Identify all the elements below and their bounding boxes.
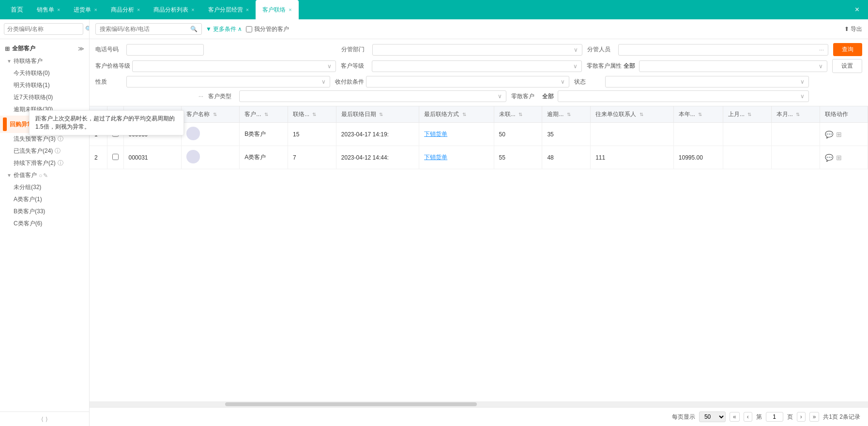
branch-dept-select[interactable]: ∨ [372, 44, 582, 56]
search-input[interactable] [100, 26, 190, 32]
sort-icon-lmonth[interactable]: ⇅ [747, 112, 751, 117]
section-pending-contact[interactable]: ▼ 待联络客户 [0, 55, 89, 67]
leaf-churned[interactable]: 已流失客户(24) ⓘ [0, 145, 89, 157]
leaf-tomorrow-pending[interactable]: 明天待联络(1) [0, 79, 89, 91]
cell-checkbox[interactable] [107, 146, 123, 169]
cell-this-month [771, 123, 820, 146]
grid-action-icon[interactable]: ⊞ [836, 131, 842, 138]
cell-this-month [771, 146, 820, 169]
status-select[interactable]: ∨ [605, 76, 809, 88]
customer-type-select[interactable]: ∨ [239, 90, 506, 102]
close-analysis-list-tab[interactable]: × [191, 7, 194, 13]
sort-icon-tmonth[interactable]: ⇅ [796, 112, 800, 117]
chevron-icon: ∧ [238, 26, 242, 32]
sort-icon-date[interactable]: ⇅ [379, 112, 383, 117]
last-page-btn[interactable]: » [809, 412, 820, 422]
branch-person-select[interactable]: ··· [618, 44, 828, 56]
payment-select[interactable]: ∨ [366, 76, 570, 88]
tree-root-all-customers[interactable]: ⊞ 全部客户 ≫ [0, 42, 89, 55]
arrow-icon-value: ▼ [7, 173, 12, 178]
close-customer-tier-tab[interactable]: × [246, 7, 249, 13]
close-purchase-tab[interactable]: × [94, 7, 97, 13]
sort-icon-contact[interactable]: ⇅ [312, 112, 316, 117]
retail-customer-select[interactable]: ∨ [558, 90, 809, 102]
sidebar-collapse-btn[interactable]: ≫ [78, 45, 84, 52]
nav-analysis[interactable]: 商品分析 × [104, 0, 147, 19]
edit-icon2-value[interactable]: ✎ [43, 172, 48, 179]
gender-select[interactable]: ∨ [126, 76, 330, 88]
nav-home[interactable]: 首页 [4, 0, 30, 19]
leaf-class-a[interactable]: A类客户(1) [0, 193, 89, 206]
table-row: 2 000031 A类客户 7 2023-04-12 14:44: 下销货单 5… [90, 146, 868, 169]
sort-icon-year[interactable]: ⇅ [698, 112, 702, 117]
row-checkbox[interactable] [112, 154, 119, 160]
cell-last-month [723, 123, 772, 146]
horizontal-scrollbar[interactable] [90, 401, 868, 407]
per-page-select[interactable]: 50 20 100 [699, 411, 726, 422]
settings-button[interactable]: 设置 [832, 59, 862, 73]
sort-icon-uncontacted[interactable]: ⇅ [518, 112, 522, 117]
leaf-class-b[interactable]: B类客户(33) [0, 206, 89, 218]
sort-icon-method[interactable]: ⇅ [462, 112, 466, 117]
search-icon[interactable]: 🔍 [190, 26, 198, 32]
col-contact: 联络... ⇅ [288, 106, 336, 123]
first-page-btn[interactable]: « [730, 412, 740, 422]
total-records: 共1页 2条记录 [823, 413, 860, 421]
table-container: ⚙ 客户编码 ⇅ 客户名称 ⇅ [90, 106, 868, 426]
more-conditions-btn[interactable]: ▼ 更多条件 ∧ [206, 25, 242, 33]
leaf-ungrouped[interactable]: 未分组(32) [0, 181, 89, 193]
price-level-select[interactable]: ∨ [132, 60, 336, 72]
cell-action: 💬 ⊞ [820, 146, 868, 169]
next-page-btn[interactable]: › [797, 412, 806, 422]
close-sales-tab[interactable]: × [57, 7, 60, 13]
leaf-today-pending[interactable]: 今天待联络(0) [0, 67, 89, 79]
contact-method-link[interactable]: 下销货单 [424, 154, 447, 161]
info-icon-churn[interactable]: ⓘ [58, 135, 63, 143]
close-analysis-tab[interactable]: × [137, 7, 140, 13]
window-close-button[interactable]: × [850, 5, 864, 14]
nav-analysis-list[interactable]: 商品分析列表 × [147, 0, 201, 19]
field-branch-person: 分管人员 ··· [587, 44, 828, 56]
customer-level-label: 客户等级 [341, 62, 370, 70]
sidebar-search-input[interactable] [4, 23, 83, 35]
nav-purchase[interactable]: 进货单 × [67, 0, 104, 19]
avatar [186, 150, 200, 163]
cell-contact: 7 [288, 146, 336, 169]
more-dots[interactable]: ··· [198, 93, 203, 100]
info-icon-declining[interactable]: ⓘ [58, 159, 63, 167]
chat-icon[interactable]: 💬 [825, 154, 833, 162]
sidebar-search-icon[interactable]: 🔍 [85, 26, 90, 32]
info-icon-churned[interactable]: ⓘ [55, 147, 61, 155]
chat-icon[interactable]: 💬 [825, 131, 833, 138]
close-customer-contact-tab[interactable]: × [289, 7, 291, 13]
nav-customer-tier[interactable]: 客户分层经营 × [201, 0, 256, 19]
caret-icon6: ∨ [321, 78, 326, 85]
leaf-class-c[interactable]: C类客户(6) [0, 218, 89, 230]
nav-sales[interactable]: 销售单 × [30, 0, 67, 19]
scrollbar-thumb[interactable] [225, 402, 477, 406]
contact-method-link[interactable]: 下销货单 [424, 131, 447, 137]
sort-icon-type[interactable]: ⇅ [264, 112, 268, 117]
my-customer-checkbox[interactable] [246, 26, 252, 32]
customer-level-select[interactable]: ∨ [372, 60, 581, 72]
query-button[interactable]: 查询 [833, 43, 862, 56]
sort-icon-unit[interactable]: ⇅ [640, 112, 643, 117]
nav-customer-contact[interactable]: 客户联络 × [256, 0, 298, 19]
prev-page-btn[interactable]: ‹ [744, 412, 752, 422]
grid-action-icon[interactable]: ⊞ [836, 154, 842, 162]
phone-input[interactable] [126, 44, 204, 56]
retail-attr-select[interactable]: ∨ [639, 60, 827, 72]
cell-date: 2023-04-12 14:44: [336, 146, 419, 169]
expand-collapse-icon[interactable]: ⟨ ⟩ [41, 416, 47, 423]
payment-label: 收付款条件 [335, 78, 364, 86]
section-value-customers[interactable]: ▼ 价值客户 ○ ✎ [0, 169, 89, 181]
col-this-year: 本年... ⇅ [673, 106, 723, 123]
leaf-declining[interactable]: 持续下滑客户(2) ⓘ [0, 157, 89, 169]
sort-icon-name[interactable]: ⇅ [213, 112, 217, 117]
leaf-7day-pending[interactable]: 近7天待联络(0) [0, 91, 89, 103]
export-button[interactable]: ⬆ 导出 [844, 25, 862, 33]
edit-icon-value[interactable]: ○ [39, 172, 42, 179]
page-number-input[interactable] [766, 412, 783, 422]
field-payment: 收付款条件 ∨ [335, 76, 570, 88]
sort-icon-overdue[interactable]: ⇅ [567, 112, 571, 117]
